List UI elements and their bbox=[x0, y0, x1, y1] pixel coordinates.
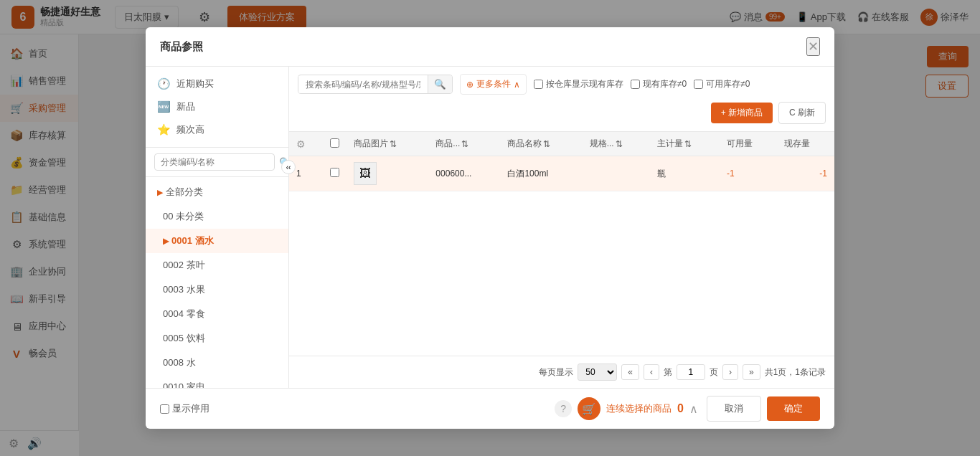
column-settings-btn[interactable]: ⚙ bbox=[296, 138, 306, 150]
quick-nav-frequent[interactable]: ⭐ 频次高 bbox=[146, 118, 288, 141]
product-table-area: ⚙ 商品图片 ⇅ bbox=[289, 132, 834, 356]
sort-code[interactable]: 商品... ⇅ bbox=[435, 138, 468, 150]
pagination: 每页显示 50 100 200 « ‹ 第 页 › » 共1页，1条记录 bbox=[289, 356, 834, 388]
frequent-icon: ⭐ bbox=[157, 123, 171, 136]
cancel-btn[interactable]: 取消 bbox=[707, 396, 761, 422]
sort-name[interactable]: 商品名称 ⇅ bbox=[507, 138, 550, 150]
category-drinks[interactable]: 0005 饮料 bbox=[146, 326, 288, 351]
sort-image[interactable]: 商品图片 ⇅ bbox=[354, 138, 397, 150]
footer-center: ? 🛒 连续选择的商品 0 ∧ bbox=[555, 397, 698, 420]
row-checkbox[interactable] bbox=[330, 168, 339, 177]
modal-toolbar: 🔍 ⊕ 更多条件 ∧ 按仓库显示现有库存 现有库存≠0 bbox=[289, 67, 834, 132]
sort-icon-name: ⇅ bbox=[543, 139, 550, 149]
per-page-select[interactable]: 50 100 200 bbox=[578, 364, 617, 381]
category-appliance[interactable]: 0010 家电 bbox=[146, 375, 288, 388]
search-btn[interactable]: 🔍 bbox=[428, 75, 452, 93]
category-list: ▶ 全部分类 00 未分类 ▶ 0001 酒水 0002 茶叶 0003 水果 bbox=[146, 177, 288, 388]
th-code: 商品... ⇅ bbox=[428, 132, 500, 156]
sort-unit[interactable]: 主计量 ⇅ bbox=[657, 138, 692, 150]
category-fruit[interactable]: 0003 水果 bbox=[146, 277, 288, 302]
th-settings: ⚙ bbox=[289, 132, 323, 156]
first-page-btn[interactable]: « bbox=[621, 364, 639, 380]
chevron-left-icon: ‹‹ bbox=[286, 163, 291, 171]
warehouse-checkbox-label[interactable]: 按仓库显示现有库存 bbox=[534, 78, 623, 90]
quick-nav-recent[interactable]: 🕐 近期购买 bbox=[146, 72, 288, 95]
filter-btn[interactable]: ⊕ 更多条件 ∧ bbox=[460, 74, 527, 95]
category-tea[interactable]: 0002 茶叶 bbox=[146, 253, 288, 277]
filter-icon: ⊕ bbox=[466, 80, 473, 90]
th-unit: 主计量 ⇅ bbox=[650, 132, 720, 156]
category-snacks[interactable]: 0004 零食 bbox=[146, 302, 288, 326]
table-row[interactable]: 1 🖼 000600... 白酒100ml 瓶 bbox=[289, 156, 834, 191]
page-number-input[interactable] bbox=[677, 364, 705, 380]
modal-dialog: 商品参照 ✕ 🕐 近期购买 🆕 新品 ⭐ 频次高 bbox=[146, 27, 834, 429]
cell-unit: 瓶 bbox=[650, 156, 720, 191]
stock-nonzero-checkbox[interactable] bbox=[631, 80, 640, 89]
category-search-input[interactable] bbox=[154, 153, 275, 171]
toolbar-right: + 新增商品 C 刷新 bbox=[711, 102, 826, 124]
modal-right-panel: 🔍 ⊕ 更多条件 ∧ 按仓库显示现有库存 现有库存≠0 bbox=[289, 67, 834, 388]
modal-left-panel: 🕐 近期购买 🆕 新品 ⭐ 频次高 ‹‹ bbox=[146, 67, 289, 388]
sort-icon: ⇅ bbox=[390, 139, 397, 149]
new-product-btn[interactable]: + 新增商品 bbox=[711, 103, 773, 123]
modal-overlay: 商品参照 ✕ 🕐 近期购买 🆕 新品 ⭐ 频次高 bbox=[0, 0, 980, 456]
th-checkbox bbox=[323, 132, 347, 156]
th-stock: 现存量 bbox=[777, 132, 834, 156]
refresh-btn[interactable]: C 刷新 bbox=[778, 102, 826, 124]
modal-body: 🕐 近期购买 🆕 新品 ⭐ 频次高 ‹‹ bbox=[146, 67, 834, 388]
modal-footer: 显示停用 ? 🛒 连续选择的商品 0 ∧ 取消 确定 bbox=[146, 388, 834, 429]
total-info: 共1页，1条记录 bbox=[765, 366, 826, 379]
category-liquor[interactable]: ▶ 0001 酒水 bbox=[146, 229, 288, 253]
cell-available: -1 bbox=[720, 156, 777, 191]
category-search: 🔍 bbox=[146, 148, 288, 177]
available-nonzero-checkbox[interactable] bbox=[694, 80, 703, 89]
cell-checkbox bbox=[323, 156, 347, 191]
search-box: 🔍 bbox=[298, 75, 453, 94]
product-table: ⚙ 商品图片 ⇅ bbox=[289, 132, 834, 191]
next-page-btn[interactable]: › bbox=[722, 364, 738, 380]
sort-spec[interactable]: 规格... ⇅ bbox=[590, 138, 623, 150]
cart-icon[interactable]: 🛒 bbox=[578, 397, 600, 420]
sort-icon-unit: ⇅ bbox=[684, 139, 692, 149]
recent-icon: 🕐 bbox=[157, 77, 171, 90]
product-search-input[interactable] bbox=[298, 76, 428, 93]
cell-code: 000600... bbox=[428, 156, 500, 191]
th-image: 商品图片 ⇅ bbox=[347, 132, 428, 156]
confirm-btn[interactable]: 确定 bbox=[767, 396, 820, 421]
cell-image: 🖼 bbox=[347, 156, 428, 191]
cell-num: 1 bbox=[289, 156, 323, 191]
sort-icon-code: ⇅ bbox=[461, 139, 468, 149]
category-uncategorized[interactable]: 00 未分类 bbox=[146, 204, 288, 229]
available-nonzero-checkbox-label[interactable]: 可用库存≠0 bbox=[694, 78, 750, 90]
category-water[interactable]: 0008 水 bbox=[146, 351, 288, 375]
modal-header: 商品参照 ✕ bbox=[146, 27, 834, 67]
chevron-up-icon: ∧ bbox=[514, 80, 520, 90]
stock-nonzero-checkbox-label[interactable]: 现有库存≠0 bbox=[631, 78, 687, 90]
quick-nav: 🕐 近期购买 🆕 新品 ⭐ 频次高 bbox=[146, 67, 288, 148]
cell-name: 白酒100ml bbox=[500, 156, 582, 191]
sort-icon-spec: ⇅ bbox=[616, 139, 623, 149]
new-product-icon: 🆕 bbox=[157, 100, 171, 113]
cell-spec bbox=[583, 156, 650, 191]
show-disabled-label[interactable]: 显示停用 bbox=[160, 402, 209, 415]
last-page-btn[interactable]: » bbox=[743, 364, 760, 380]
modal-title: 商品参照 bbox=[160, 40, 203, 54]
th-available: 可用量 bbox=[720, 132, 777, 156]
cell-stock: -1 bbox=[777, 156, 834, 191]
modal-close-btn[interactable]: ✕ bbox=[806, 37, 820, 56]
select-all-checkbox[interactable] bbox=[330, 138, 339, 148]
show-disabled-checkbox[interactable] bbox=[160, 404, 169, 414]
footer-actions: 取消 确定 bbox=[707, 396, 820, 422]
category-all[interactable]: ▶ 全部分类 bbox=[146, 180, 288, 204]
active-arrow-icon: ▶ bbox=[163, 237, 169, 246]
th-name: 商品名称 ⇅ bbox=[500, 132, 582, 156]
warehouse-checkbox[interactable] bbox=[534, 80, 543, 89]
prev-page-btn[interactable]: ‹ bbox=[644, 364, 659, 380]
th-spec: 规格... ⇅ bbox=[583, 132, 650, 156]
collapse-panel-btn[interactable]: ‹‹ bbox=[281, 160, 296, 174]
quick-nav-new[interactable]: 🆕 新品 bbox=[146, 95, 288, 118]
cart-glyph: 🛒 bbox=[582, 402, 596, 416]
help-icon-btn[interactable]: ? bbox=[555, 400, 572, 417]
collapse-cart-btn[interactable]: ∧ bbox=[689, 402, 698, 416]
arrow-icon: ▶ bbox=[157, 188, 163, 197]
